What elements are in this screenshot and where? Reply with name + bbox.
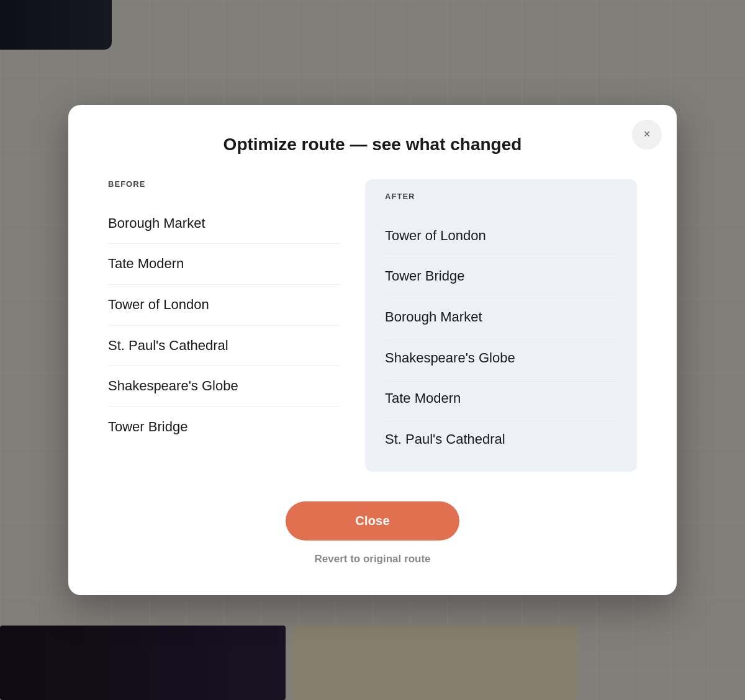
optimize-route-modal: × Optimize route — see what changed BEFO…	[68, 105, 677, 596]
list-item: Tower Bridge	[385, 256, 617, 297]
modal-overlay: × Optimize route — see what changed BEFO…	[0, 0, 745, 700]
list-item: Borough Market	[108, 204, 340, 245]
route-comparison-columns: BEFORE Borough Market Tate Modern Tower …	[108, 179, 637, 472]
list-item: Shakespeare's Globe	[108, 366, 340, 407]
list-item: St. Paul's Cathedral	[385, 420, 617, 460]
after-column: AFTER Tower of London Tower Bridge Borou…	[365, 179, 637, 472]
list-item: Tate Modern	[108, 244, 340, 285]
modal-close-x-button[interactable]: ×	[632, 120, 662, 150]
list-item: Tower of London	[108, 285, 340, 326]
close-x-icon: ×	[644, 128, 651, 141]
list-item: Tower Bridge	[108, 407, 340, 447]
modal-actions: Close Revert to original route	[108, 501, 637, 565]
list-item: St. Paul's Cathedral	[108, 326, 340, 367]
list-item: Shakespeare's Globe	[385, 338, 617, 379]
before-column: BEFORE Borough Market Tate Modern Tower …	[108, 179, 365, 472]
close-button[interactable]: Close	[286, 501, 459, 541]
after-column-label: AFTER	[385, 192, 617, 201]
list-item: Borough Market	[385, 297, 617, 338]
list-item: Tower of London	[385, 216, 617, 257]
list-item: Tate Modern	[385, 379, 617, 420]
before-column-label: BEFORE	[108, 179, 340, 189]
revert-route-button[interactable]: Revert to original route	[314, 553, 430, 565]
modal-title: Optimize route — see what changed	[108, 135, 637, 155]
